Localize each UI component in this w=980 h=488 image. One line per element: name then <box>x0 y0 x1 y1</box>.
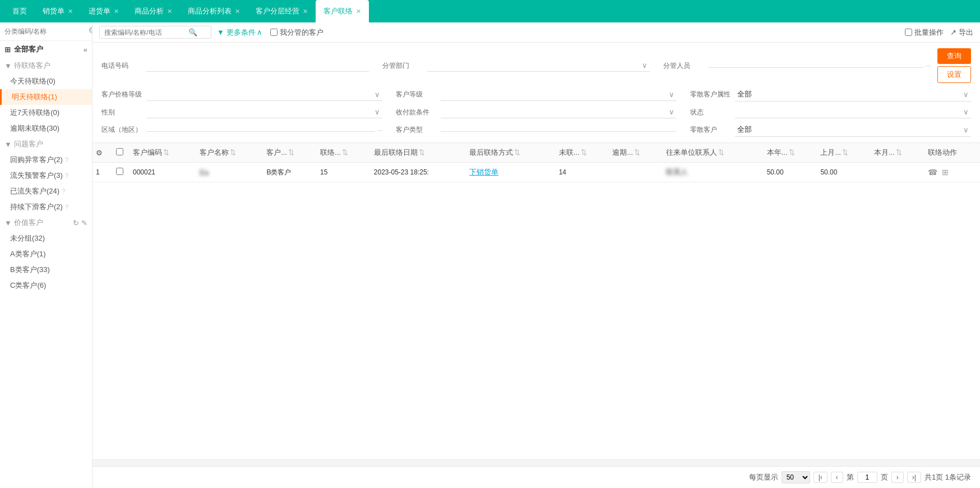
batch-operation-button[interactable]: 批量操作 <box>905 27 944 38</box>
help-churn-warning-icon[interactable]: ? <box>65 172 68 179</box>
sidebar-item-a-class[interactable]: A类客户(1) <box>0 246 92 262</box>
page-unit: 页 <box>881 472 888 482</box>
filter-more-button[interactable]: ▼ 更多条件 ∧ <box>217 27 262 38</box>
area-select[interactable] <box>146 128 375 132</box>
sidebar-search-input[interactable] <box>4 27 89 35</box>
gear-icon[interactable]: ⚙ <box>96 149 103 157</box>
sort-type-icon[interactable]: ⇅ <box>288 148 294 156</box>
sort-contact-icon[interactable]: ⇅ <box>342 148 348 156</box>
cell-check <box>113 163 130 182</box>
top-nav: 首页 销货单 ✕ 进货单 ✕ 商品分析 ✕ 商品分析列表 ✕ 客户分层经营 ✕ … <box>0 0 980 22</box>
phone-input[interactable] <box>146 60 369 72</box>
my-customers-checkbox[interactable] <box>270 29 278 36</box>
select-all-checkbox[interactable] <box>116 148 123 155</box>
area-dots-icon[interactable]: ··· <box>377 127 382 133</box>
help-declining-icon[interactable]: ? <box>65 204 68 210</box>
last-page-button[interactable]: ›| <box>907 472 921 483</box>
close-analysis-icon[interactable]: ✕ <box>167 8 172 15</box>
manager-dots-icon[interactable]: ··· <box>926 62 931 69</box>
toolbar-search-icon[interactable]: 🔍 <box>188 28 197 36</box>
sort-person-icon[interactable]: ⇅ <box>718 148 724 156</box>
status-select[interactable]: ∨ <box>735 106 971 118</box>
sort-way-icon[interactable]: ⇅ <box>514 148 520 156</box>
retail-attr-select[interactable]: 全部 ∨ <box>735 88 971 102</box>
status-field: 状态 ∨ <box>690 106 971 118</box>
retail-customer-select[interactable]: 全部 ∨ <box>735 123 971 137</box>
nav-sales[interactable]: 销货单 ✕ <box>35 0 81 22</box>
close-sales-icon[interactable]: ✕ <box>68 8 73 15</box>
customer-level-select[interactable]: ∨ <box>441 89 677 101</box>
sort-code-icon[interactable]: ⇅ <box>163 148 169 156</box>
value-group-icons[interactable]: ↻ ✎ <box>73 219 87 227</box>
help-churned-icon[interactable]: ? <box>62 188 65 195</box>
sort-thismonth-icon[interactable]: ⇅ <box>896 148 902 156</box>
sidebar-item-7days[interactable]: 近7天待联络(0) <box>0 105 92 121</box>
close-analysis-list-icon[interactable]: ✕ <box>235 8 240 15</box>
nav-purchase[interactable]: 进货单 ✕ <box>81 0 127 22</box>
sort-date-icon[interactable]: ⇅ <box>419 148 425 156</box>
price-level-select[interactable]: ∨ <box>146 89 382 101</box>
prev-page-button[interactable]: ‹ <box>831 472 843 483</box>
sidebar-item-declining[interactable]: 持续下滑客户(2) ? <box>0 199 92 215</box>
sort-name-icon[interactable]: ⇅ <box>230 148 236 156</box>
page-input[interactable] <box>857 472 877 483</box>
cell-last-month: 50.00 <box>817 163 871 182</box>
sidebar-item-repurchase[interactable]: 回购异常客户(2) ? <box>0 152 92 168</box>
sort-lastmonth-icon[interactable]: ⇅ <box>842 148 848 156</box>
help-repurchase-icon[interactable]: ? <box>65 156 68 163</box>
problem-group-title[interactable]: ▼ 问题客户 <box>0 136 92 152</box>
th-this-month: 本月...⇅ <box>871 143 924 163</box>
sidebar-item-today[interactable]: 今天待联络(0) <box>0 73 92 89</box>
payment-select[interactable]: ∨ <box>441 106 677 118</box>
table-row: 1 000021 Ea B类客户 15 2023-05-23 18:25: 下销… <box>93 163 980 182</box>
action-phone-icon[interactable]: ☎ <box>928 168 937 177</box>
next-page-button[interactable]: › <box>891 472 904 483</box>
nav-analysis-list[interactable]: 商品分析列表 ✕ <box>180 0 248 22</box>
all-customers-title[interactable]: ⊞ 全部客户 « <box>0 41 92 58</box>
export-button[interactable]: ↗ 导出 <box>950 27 973 38</box>
gender-select[interactable]: ∨ <box>146 106 382 118</box>
pending-group-title[interactable]: ▼ 待联络客户 <box>0 58 92 73</box>
nav-customer-contact[interactable]: 客户联络 ✕ <box>316 0 369 22</box>
close-purchase-icon[interactable]: ✕ <box>114 8 119 15</box>
per-page-label: 每页显示 <box>749 472 778 482</box>
collapse-icon[interactable]: « <box>84 45 87 54</box>
sidebar-item-c-class[interactable]: C类客户(6) <box>0 278 92 293</box>
value-group-title[interactable]: ▼ 价值客户 ↻ ✎ <box>0 215 92 231</box>
set-button[interactable]: 设置 <box>937 66 971 83</box>
sidebar-item-tomorrow[interactable]: 明天待联络(1) <box>0 89 92 105</box>
close-customer-contact-icon[interactable]: ✕ <box>356 8 361 15</box>
cell-last-date: 2023-05-23 18:25: <box>371 163 466 182</box>
dept-label: 分管部门 <box>382 61 427 71</box>
customer-type-select[interactable] <box>441 128 677 132</box>
sidebar-item-churn-warning[interactable]: 流失预警客户(3) ? <box>0 168 92 183</box>
sidebar-item-overdue[interactable]: 逾期未联络(30) <box>0 121 92 136</box>
nav-home[interactable]: 首页 <box>4 0 35 22</box>
query-button[interactable]: 查询 <box>937 48 971 64</box>
sidebar-item-churned[interactable]: 已流失客户(24) ? <box>0 183 92 199</box>
filter-panel: 电话号码 分管部门 ∨ 分管人员 ··· <box>93 43 980 143</box>
first-page-button[interactable]: |‹ <box>813 472 828 483</box>
sort-uncontact-icon[interactable]: ⇅ <box>581 148 587 156</box>
sidebar-item-ungrouped[interactable]: 未分组(32) <box>0 231 92 246</box>
sort-overdue-icon[interactable]: ⇅ <box>634 148 640 156</box>
sort-year-icon[interactable]: ⇅ <box>789 148 795 156</box>
batch-checkbox[interactable] <box>905 29 912 36</box>
per-page-select[interactable]: 50 100 200 <box>782 471 810 484</box>
nav-customer-layer[interactable]: 客户分层经营 ✕ <box>248 0 316 22</box>
th-overdue: 逾期...⇅ <box>609 143 663 163</box>
th-uncontact: 未联...⇅ <box>556 143 609 163</box>
manager-select[interactable] <box>708 64 923 68</box>
nav-analysis[interactable]: 商品分析 ✕ <box>127 0 180 22</box>
th-type: 客户...⇅ <box>263 143 317 163</box>
row-checkbox[interactable] <box>116 168 123 175</box>
action-grid-icon[interactable]: ⊞ <box>942 168 949 177</box>
close-customer-layer-icon[interactable]: ✕ <box>303 8 308 15</box>
sidebar-item-b-class[interactable]: B类客户(33) <box>0 262 92 278</box>
search-input[interactable] <box>104 29 188 36</box>
dept-select[interactable]: ∨ <box>427 59 650 72</box>
th-gear: ⚙ <box>93 143 113 163</box>
last-way-link[interactable]: 下销货单 <box>469 168 498 176</box>
my-customers-checkbox-label[interactable]: 我分管的客户 <box>270 27 323 38</box>
sidebar-search-icon[interactable]: 🔍 <box>89 27 93 36</box>
